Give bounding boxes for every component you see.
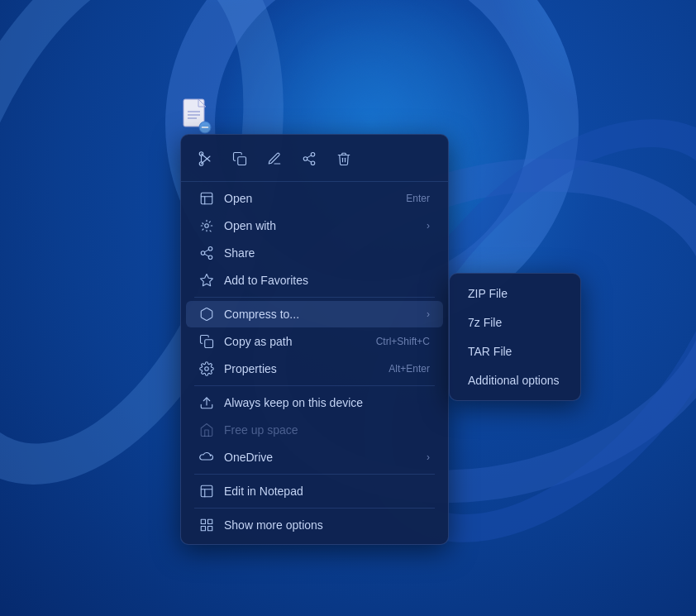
svg-rect-0: [184, 99, 204, 127]
svg-point-14: [311, 161, 315, 165]
svg-point-12: [311, 153, 315, 157]
svg-point-28: [205, 367, 209, 371]
share-menu-icon: [199, 246, 214, 260]
menu-item-edit-notepad[interactable]: Edit in Notepad: [186, 478, 443, 504]
submenu-item-zip[interactable]: ZIP File: [455, 279, 575, 308]
open-shortcut: Enter: [406, 193, 430, 204]
properties-icon: [199, 361, 214, 376]
compress-submenu: ZIP File 7z File TAR File Additional opt…: [449, 273, 581, 401]
7z-label: 7z File: [468, 316, 502, 329]
notepad-icon: [199, 484, 214, 499]
svg-point-23: [208, 255, 212, 260]
compress-label: Compress to...: [224, 308, 417, 321]
menu-item-properties[interactable]: Properties Alt+Enter: [186, 356, 443, 382]
free-up-space-icon: [199, 423, 214, 437]
svg-rect-33: [201, 519, 205, 523]
menu-item-always-keep[interactable]: Always keep on this device: [186, 389, 443, 416]
svg-rect-27: [205, 340, 213, 348]
svg-point-20: [205, 224, 209, 228]
svg-rect-36: [201, 527, 205, 531]
svg-rect-34: [208, 519, 212, 523]
submenu-item-tar[interactable]: TAR File: [455, 337, 575, 365]
separator-1: [194, 297, 435, 298]
always-keep-label: Always keep on this device: [224, 396, 430, 409]
context-menu-toolbar: [181, 140, 448, 182]
submenu-item-additional[interactable]: Additional options: [455, 366, 575, 394]
properties-shortcut: Alt+Enter: [389, 363, 430, 375]
menu-item-open[interactable]: Open Enter: [186, 185, 443, 212]
zip-label: ZIP File: [468, 287, 508, 300]
separator-2: [194, 385, 435, 386]
menu-item-add-favorites[interactable]: Add to Favorites: [186, 267, 443, 294]
open-with-icon: [199, 218, 214, 233]
separator-3: [194, 474, 435, 475]
show-more-label: Show more options: [224, 518, 430, 532]
context-menu: Open Enter Open with › Share Add to Favo…: [180, 134, 449, 545]
always-keep-icon: [199, 395, 214, 410]
open-with-arrow: ›: [427, 220, 430, 232]
file-icon[interactable]: [180, 98, 213, 134]
share-label: Share: [224, 246, 430, 260]
svg-line-24: [204, 254, 208, 256]
menu-item-copy-as-path[interactable]: Copy as path Ctrl+Shift+C: [186, 328, 443, 355]
compress-icon: [199, 307, 214, 322]
svg-point-21: [208, 247, 212, 251]
copy-path-shortcut: Ctrl+Shift+C: [376, 336, 430, 347]
svg-rect-35: [208, 527, 212, 531]
favorites-label: Add to Favorites: [224, 274, 430, 287]
free-up-space-label: Free up space: [224, 423, 430, 437]
menu-item-free-up-space: Free up space: [186, 417, 443, 443]
separator-4: [194, 508, 435, 509]
rename-button[interactable]: [260, 145, 288, 173]
copy-path-icon: [199, 334, 214, 349]
copy-button[interactable]: [226, 145, 254, 173]
svg-line-16: [307, 155, 311, 158]
onedrive-icon: [199, 450, 214, 465]
compress-arrow: ›: [427, 308, 430, 320]
onedrive-label: OneDrive: [224, 451, 417, 464]
svg-rect-17: [201, 193, 212, 204]
delete-button[interactable]: [330, 145, 358, 173]
open-label: Open: [224, 192, 396, 205]
tar-label: TAR File: [468, 345, 512, 358]
onedrive-arrow: ›: [427, 451, 430, 463]
edit-notepad-label: Edit in Notepad: [224, 485, 430, 498]
menu-item-open-with[interactable]: Open with ›: [186, 212, 443, 239]
menu-item-share[interactable]: Share: [186, 240, 443, 266]
svg-rect-30: [201, 485, 212, 497]
svg-line-15: [307, 160, 311, 162]
svg-marker-26: [201, 275, 213, 286]
menu-item-show-more[interactable]: Show more options: [186, 512, 443, 538]
show-more-icon: [199, 518, 214, 532]
submenu-item-7z[interactable]: 7z File: [455, 308, 575, 337]
menu-item-onedrive[interactable]: OneDrive ›: [186, 444, 443, 470]
cut-button[interactable]: [191, 145, 219, 173]
svg-rect-11: [238, 157, 246, 165]
svg-line-25: [204, 250, 208, 252]
copy-path-label: Copy as path: [224, 335, 366, 348]
svg-point-13: [303, 157, 307, 161]
share-button[interactable]: [295, 145, 323, 173]
menu-item-compress-to[interactable]: Compress to... ›: [186, 301, 443, 327]
favorites-icon: [199, 273, 214, 288]
additional-label: Additional options: [468, 374, 560, 387]
properties-label: Properties: [224, 362, 379, 375]
file-document-icon: [182, 98, 212, 134]
open-with-label: Open with: [224, 219, 417, 232]
open-icon: [199, 191, 214, 206]
svg-point-22: [201, 251, 205, 255]
